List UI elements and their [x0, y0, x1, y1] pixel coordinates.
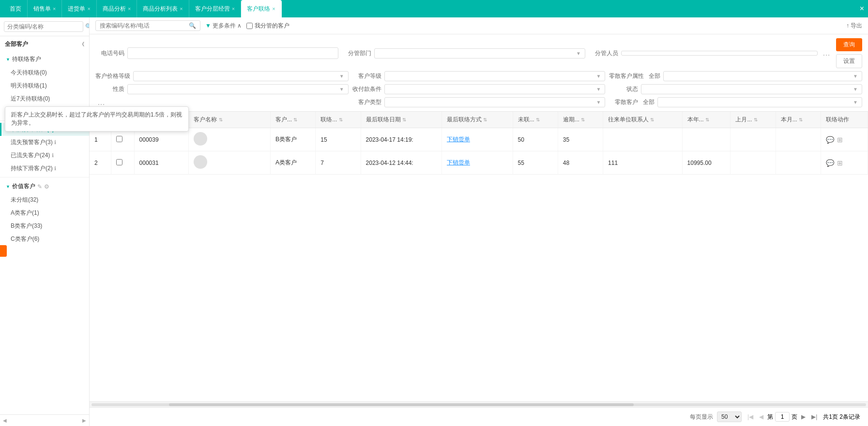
prev-page-button[interactable]: ◀ [757, 412, 765, 421]
settings-small-icon[interactable]: ⚙ [44, 183, 49, 190]
customer-type-select[interactable]: ▼ [384, 97, 606, 107]
col-type[interactable]: 客户... ⇅ [271, 112, 316, 128]
row2-checkbox[interactable] [116, 159, 122, 165]
payment-select[interactable]: ▼ [384, 84, 606, 94]
nav-tab-purchase-close[interactable]: × [87, 6, 90, 12]
page-number-input[interactable] [775, 412, 790, 422]
close-all-tabs-button[interactable]: × [860, 4, 864, 13]
page-size-select[interactable]: 50 100 [717, 411, 742, 422]
col-this-year[interactable]: 本年... ⇅ [682, 112, 731, 128]
filter-cell-nature: 性质 ▼ [95, 84, 349, 94]
my-customers-checkbox-area[interactable]: 我分管的客户 [246, 22, 289, 30]
row1-no-contact: 50 [513, 128, 558, 151]
nav-tab-home[interactable]: 首页 [4, 0, 28, 17]
nav-tab-customer-contact[interactable]: 客户联络 × [241, 0, 281, 17]
nav-tab-customer-segment[interactable]: 客户分层经营 × [189, 0, 241, 17]
col-last-month[interactable]: 上月... ⇅ [731, 112, 776, 128]
col-this-month[interactable]: 本月... ⇅ [776, 112, 821, 128]
sidebar-divider-1 [0, 120, 89, 121]
phone-input[interactable] [127, 47, 338, 59]
row1-checkbox-cell[interactable] [111, 128, 134, 151]
sidebar-item-today[interactable]: 今天待联络(0) [0, 66, 89, 79]
sidebar-left-arrow[interactable]: ◀ [3, 418, 7, 423]
price-level-select[interactable]: ▼ [133, 71, 349, 81]
row1-method-link[interactable]: 下销货单 [447, 136, 470, 143]
my-customers-checkbox[interactable] [246, 23, 253, 29]
filter-cell-status: 状态 ▼ [609, 84, 862, 94]
sidebar-item-repurchase-anomaly[interactable]: 回购异常客户(2) ℹ [0, 123, 89, 136]
col-contact-count[interactable]: 联络... ⇅ [316, 112, 361, 128]
active-indicator [0, 245, 7, 257]
last-page-button[interactable]: ▶| [809, 412, 819, 421]
nav-tab-purchase[interactable]: 进货单 × [62, 0, 96, 17]
nav-tab-customer-segment-close[interactable]: × [232, 6, 235, 12]
row2-chat-icon[interactable]: 💬 [826, 159, 834, 167]
pending-contact-group[interactable]: ▼ 待联络客户 [0, 52, 89, 66]
sidebar-right-arrow[interactable]: ▶ [82, 418, 86, 423]
scroll-thumb[interactable] [169, 403, 634, 406]
sidebar-search-icon[interactable]: 🔍 [85, 23, 90, 30]
person-dots-button[interactable]: … [821, 49, 832, 58]
status-select[interactable]: ▼ [641, 84, 862, 94]
export-button[interactable]: ↑ 导出 [846, 22, 862, 30]
filter-search-icon[interactable]: 🔍 [189, 22, 196, 29]
col-code[interactable]: 客户编码 ⇅ [134, 112, 189, 128]
row2-method-link[interactable]: 下销货单 [447, 159, 470, 166]
col-name[interactable]: 客户名称 ⇅ [189, 112, 271, 128]
col-contacts[interactable]: 往来单位联系人 ⇅ [603, 112, 683, 128]
sidebar-item-a-class[interactable]: A类客户(1) [0, 206, 89, 220]
edit-icon[interactable]: ✎ [37, 183, 42, 190]
sidebar-item-churn-warning[interactable]: 流失预警客户(3) ℹ [0, 136, 89, 149]
sidebar-search-input[interactable] [4, 21, 83, 32]
select-all-checkbox[interactable] [116, 116, 122, 122]
col-no-contact[interactable]: 未联... ⇅ [513, 112, 558, 128]
col-checkbox[interactable] [111, 112, 134, 128]
horizontal-scrollbar[interactable] [90, 401, 868, 407]
row2-grid-icon[interactable]: ⊞ [837, 159, 843, 167]
nav-tab-analysis-list[interactable]: 商品分析列表 × [137, 0, 189, 17]
sidebar-item-b-class[interactable]: B类客户(33) [0, 220, 89, 233]
sidebar-item-tomorrow[interactable]: 明天待联络(1) [0, 79, 89, 92]
dept-select[interactable]: ▼ [374, 48, 585, 59]
sidebar-item-churned[interactable]: 已流失客户(24) ℹ [0, 149, 89, 162]
retail-attr-select[interactable]: ▼ [663, 71, 862, 81]
query-button[interactable]: 查询 [836, 38, 862, 51]
extra-dots-button[interactable]: … [95, 98, 107, 107]
sidebar-item-declining[interactable]: 持续下滑客户(2) ℹ [0, 162, 89, 175]
all-customers-header[interactable]: 全部客户 《 [0, 36, 89, 52]
row2-checkbox-cell[interactable] [111, 151, 134, 175]
nav-tab-analysis-list-close[interactable]: × [180, 6, 183, 12]
row1-action: 💬 ⊞ [821, 128, 868, 151]
row1-checkbox[interactable] [116, 136, 122, 142]
nav-tab-sales-close[interactable]: × [53, 6, 56, 12]
sidebar-item-7days[interactable]: 近7天待联络(0) [0, 92, 89, 105]
nav-tab-sales[interactable]: 销售单 × [28, 0, 62, 17]
nav-tab-customer-contact-close[interactable]: × [272, 6, 275, 12]
sidebar-item-ungroups[interactable]: 未分组(32) [0, 193, 89, 206]
retail-customer-select[interactable]: ▼ [657, 97, 862, 107]
nav-tab-analysis[interactable]: 商品分析 × [97, 0, 137, 17]
customer-level-select[interactable]: ▼ [384, 71, 606, 81]
more-conditions-caret-icon: ∧ [237, 22, 242, 29]
row1-last-method[interactable]: 下销货单 [442, 128, 513, 151]
row1-chat-icon[interactable]: 💬 [826, 136, 834, 144]
col-settings[interactable]: ⚙ [90, 112, 111, 128]
filter-search-input[interactable] [100, 22, 187, 29]
sidebar-item-overdue[interactable]: 逾期未联络(30) [0, 105, 89, 118]
row1-contacts [603, 128, 683, 151]
sidebar-item-c-class[interactable]: C类客户(6) [0, 233, 89, 246]
first-page-button[interactable]: |◀ [746, 412, 755, 421]
nature-select[interactable]: ▼ [127, 84, 349, 94]
set-button[interactable]: 设置 [836, 54, 862, 68]
next-page-button[interactable]: ▶ [799, 412, 807, 421]
row1-grid-icon[interactable]: ⊞ [837, 136, 843, 144]
sidebar-divider-2 [0, 177, 89, 177]
nav-tab-analysis-close[interactable]: × [128, 6, 131, 12]
col-last-date[interactable]: 最后联络日期 ⇅ [361, 112, 442, 128]
person-input[interactable] [621, 51, 818, 56]
col-overdue[interactable]: 逾期... ⇅ [558, 112, 603, 128]
table-settings-icon[interactable]: ⚙ [94, 117, 100, 123]
more-conditions-button[interactable]: ▼ 更多条件 ∧ [205, 22, 242, 30]
col-last-method[interactable]: 最后联络方式 ⇅ [442, 112, 513, 128]
row2-last-method[interactable]: 下销货单 [442, 151, 513, 175]
